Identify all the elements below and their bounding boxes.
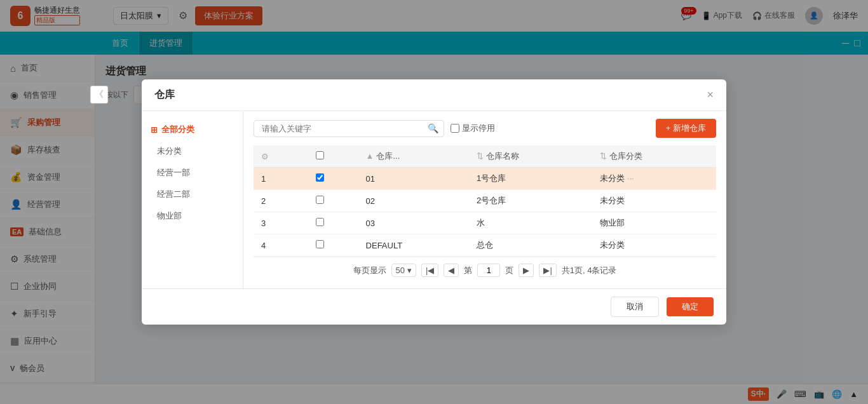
modal-toolbar: 🔍 显示停用 + 新增仓库: [254, 119, 716, 138]
row-checkbox[interactable]: [316, 240, 324, 248]
row-index: 4: [254, 234, 308, 257]
col-name[interactable]: ⇅仓库名称: [469, 145, 593, 168]
modal-sidebar-ops1[interactable]: 经营一部: [142, 162, 243, 184]
show-disabled-checkbox[interactable]: [451, 124, 459, 133]
select-all-checkbox[interactable]: [316, 151, 324, 159]
page-suffix: 页: [505, 265, 513, 276]
next-page-btn[interactable]: ▶: [519, 264, 534, 277]
row-checkbox-cell[interactable]: [308, 190, 358, 212]
per-page-dropdown-icon: ▾: [407, 266, 412, 275]
row-name: 水: [469, 212, 593, 234]
modal-sidebar-all[interactable]: ⊞ 全部分类: [142, 119, 243, 140]
col-check: [308, 145, 358, 168]
modal-overlay: 仓库 × ⊞ 全部分类 未分类 经营一部 经营二部 物业部 《: [0, 0, 868, 404]
modal-header: 仓库 ×: [142, 79, 726, 111]
row-checkbox-cell[interactable]: [308, 234, 358, 257]
modal-main: 🔍 显示停用 + 新增仓库 ⚙: [243, 111, 726, 288]
sort-icon-name: ⇅: [477, 151, 484, 161]
row-code: 03: [358, 212, 469, 234]
col-code[interactable]: ▲仓库...: [358, 145, 469, 168]
row-index: 1: [254, 168, 308, 190]
modal-sidebar-property[interactable]: 物业部: [142, 205, 243, 227]
modal-footer: 取消 确定: [142, 288, 726, 325]
settings-col-icon: ⚙: [261, 152, 269, 161]
col-index: ⚙: [254, 145, 308, 168]
table-row[interactable]: 3 03 水 物业部: [254, 212, 716, 234]
modal-body: ⊞ 全部分类 未分类 经营一部 经营二部 物业部 《 🔍: [142, 111, 726, 288]
row-category: 物业部: [592, 212, 716, 234]
col-category[interactable]: ⇅仓库分类: [592, 145, 716, 168]
per-page-label: 每页显示: [353, 265, 386, 276]
grid-icon: ⊞: [151, 125, 158, 135]
table-row[interactable]: 1 01 1号仓库 未分类 ···: [254, 168, 716, 190]
row-index: 3: [254, 212, 308, 234]
row-actions[interactable]: ···: [627, 173, 634, 183]
modal-close-button[interactable]: ×: [707, 88, 714, 102]
warehouse-modal: 仓库 × ⊞ 全部分类 未分类 经营一部 经营二部 物业部 《: [142, 79, 726, 325]
row-checkbox-cell[interactable]: [308, 212, 358, 234]
row-checkbox[interactable]: [316, 173, 324, 182]
modal-sidebar-ops2[interactable]: 经营二部: [142, 184, 243, 205]
last-page-btn[interactable]: ▶|: [539, 264, 556, 277]
pagination: 每页显示 50 ▾ |◀ ◀ 第 页 ▶ ▶| 共1页, 4条记录: [254, 257, 716, 281]
warehouse-table: ⚙ ▲仓库... ⇅仓库名称 ⇅仓库分类: [254, 145, 716, 257]
modal-sidebar: ⊞ 全部分类 未分类 经营一部 经营二部 物业部 《: [142, 111, 243, 288]
modal-title: 仓库: [154, 88, 175, 102]
prev-page-btn[interactable]: ◀: [444, 264, 459, 277]
search-wrapper: 🔍: [254, 120, 444, 137]
row-name: 2号仓库: [469, 190, 593, 212]
row-checkbox-cell[interactable]: [308, 168, 358, 190]
row-category: 未分类: [592, 190, 716, 212]
total-label: 共1页, 4条记录: [562, 265, 617, 276]
row-code: DEFAULT: [358, 234, 469, 257]
page-number-input[interactable]: [477, 264, 500, 277]
table-row[interactable]: 2 02 2号仓库 未分类: [254, 190, 716, 212]
show-disabled-label[interactable]: 显示停用: [451, 123, 495, 134]
row-category: 未分类: [592, 234, 716, 257]
sort-icon-code: ▲: [366, 151, 374, 161]
row-index: 2: [254, 190, 308, 212]
all-category-label: 全部分类: [161, 124, 194, 135]
row-code: 02: [358, 190, 469, 212]
warehouse-search-input[interactable]: [259, 121, 428, 137]
row-code: 01: [358, 168, 469, 190]
per-page-select[interactable]: 50 ▾: [391, 264, 416, 277]
new-warehouse-button[interactable]: + 新增仓库: [656, 119, 716, 138]
first-page-btn[interactable]: |◀: [421, 264, 438, 277]
cancel-button[interactable]: 取消: [611, 297, 659, 317]
row-checkbox[interactable]: [316, 196, 324, 204]
modal-sidebar-uncategorized[interactable]: 未分类: [142, 140, 243, 162]
sort-icon-category: ⇅: [600, 151, 607, 161]
row-category: 未分类 ···: [592, 168, 716, 190]
search-icon: 🔍: [428, 123, 438, 133]
row-name: 总仓: [469, 234, 593, 257]
confirm-button[interactable]: 确定: [667, 297, 714, 316]
table-row[interactable]: 4 DEFAULT 总仓 未分类: [254, 234, 716, 257]
show-disabled-text: 显示停用: [462, 123, 495, 134]
page-label: 第: [464, 265, 472, 276]
row-checkbox[interactable]: [316, 218, 324, 226]
row-name: 1号仓库: [469, 168, 593, 190]
